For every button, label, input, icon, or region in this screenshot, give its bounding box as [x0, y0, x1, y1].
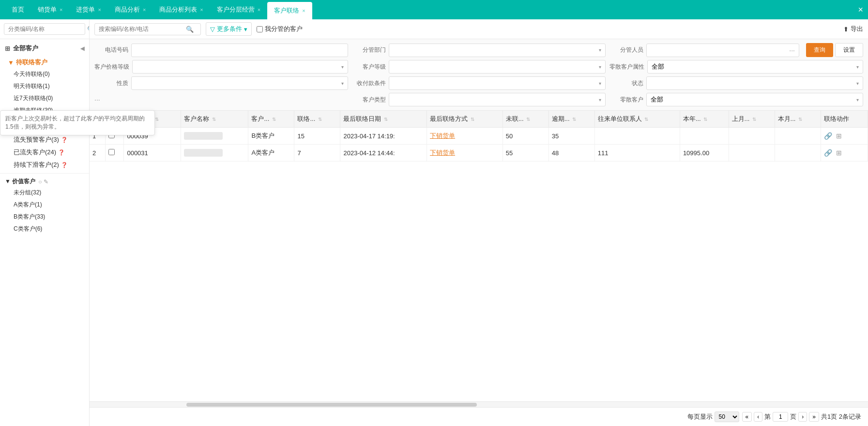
- top-nav: 首页 销货单 × 进货单 × 商品分析 × 商品分析列表 × 客户分层经营 × …: [0, 0, 868, 19]
- next-page-btn[interactable]: ›: [798, 412, 807, 422]
- customer-type-select[interactable]: ▾: [389, 93, 606, 106]
- status-select[interactable]: ▾: [646, 76, 863, 90]
- col-name-header[interactable]: 客户名称 ⇅: [181, 111, 248, 128]
- link-icon[interactable]: 🔗: [824, 149, 832, 157]
- customer-grade-select[interactable]: ▾: [389, 60, 606, 73]
- col-contact-count-header[interactable]: 联络... ⇅: [294, 111, 340, 128]
- collapse-icon: ◀: [80, 45, 84, 52]
- row-last-method[interactable]: 下销货单: [427, 145, 503, 162]
- retail-attr-select[interactable]: 全部 ▾: [647, 60, 863, 73]
- row-actions: 🔗 ⊞: [821, 128, 868, 145]
- col-type-header[interactable]: 客户... ⇅: [248, 111, 294, 128]
- nav-product-list-close[interactable]: ×: [200, 7, 203, 13]
- nav-product-analysis-close[interactable]: ×: [143, 7, 146, 13]
- setting-button[interactable]: 设置: [835, 43, 863, 57]
- retail-customer-select[interactable]: 全部 ▾: [646, 93, 863, 106]
- row-contact-count: 7: [294, 145, 340, 162]
- table-area: ⚙ 客户编码 ⇅ 客户名称 ⇅ 客户... ⇅ 联络... ⇅ 最后联络日期 ⇅…: [90, 111, 868, 401]
- grid-action-icon[interactable]: ⊞: [836, 132, 842, 140]
- price-grade-label: 客户价格等级: [94, 63, 129, 71]
- more-filters-btn[interactable]: ▽ 更多条件 ▾: [206, 22, 252, 36]
- retail-customer-arrow: ▾: [856, 97, 859, 103]
- filter-price-grade: 客户价格等级 ▾: [94, 60, 348, 73]
- horizontal-scrollbar[interactable]: [90, 401, 868, 407]
- price-grade-select[interactable]: ▾: [132, 60, 348, 73]
- payment-select[interactable]: ▾: [389, 76, 606, 90]
- sidebar-item-7days[interactable]: 近7天待联络(0): [0, 92, 89, 104]
- dept-select[interactable]: ▾: [389, 44, 606, 57]
- page-input[interactable]: [773, 412, 788, 422]
- page-unit: 页: [790, 412, 796, 421]
- row-this-month: [775, 145, 821, 162]
- gender-select[interactable]: ▾: [131, 76, 348, 90]
- my-customers-checkbox[interactable]: [257, 26, 263, 32]
- staff-select[interactable]: ···: [646, 44, 799, 57]
- query-button[interactable]: 查询: [806, 43, 833, 57]
- main-search-icon[interactable]: 🔍: [186, 26, 194, 33]
- col-last-date-header[interactable]: 最后联络日期 ⇅: [340, 111, 427, 128]
- filter-staff: 分管人员 ··· 查询 设置: [609, 43, 863, 57]
- edit-icon[interactable]: ○: [38, 178, 42, 185]
- sidebar-item-today[interactable]: 今天待联络(0): [0, 68, 89, 80]
- sidebar-item-churned[interactable]: 已流失客户(24) ❓: [0, 146, 89, 159]
- nav-purchase-close[interactable]: ×: [98, 7, 101, 13]
- pencil-icon[interactable]: ✎: [44, 178, 48, 185]
- sidebar-search-input[interactable]: [4, 23, 85, 35]
- row-last-method[interactable]: 下销货单: [427, 128, 503, 145]
- filter-customer-type: 客户类型 ▾: [352, 93, 606, 106]
- my-customers-label[interactable]: 我分管的客户: [257, 25, 303, 33]
- last-page-btn[interactable]: »: [809, 412, 819, 422]
- nav-customer-tier[interactable]: 客户分层经营 ×: [210, 0, 267, 19]
- close-window-icon[interactable]: ×: [858, 5, 863, 15]
- row-last-month: [729, 128, 775, 145]
- first-page-btn[interactable]: «: [742, 412, 752, 422]
- link-icon[interactable]: 🔗: [824, 132, 832, 140]
- sidebar-section-pending[interactable]: ▼ 待联络客户: [0, 56, 89, 68]
- nav-purchase[interactable]: 进货单 ×: [69, 0, 107, 19]
- scroll-thumb[interactable]: [186, 403, 477, 407]
- more-dots-icon[interactable]: ···: [94, 96, 100, 103]
- sidebar-item-b-class[interactable]: B类客户(33): [0, 211, 89, 223]
- nav-product-analysis[interactable]: 商品分析 ×: [108, 0, 152, 19]
- row-select-checkbox[interactable]: [108, 149, 115, 155]
- main-search-input[interactable]: [99, 26, 186, 32]
- table-row: 1 000039 B类客户 15 2023-04-17 14:19: 下销货单 …: [90, 128, 868, 145]
- phone-label: 电话号码: [94, 46, 128, 54]
- per-page-select[interactable]: 50 100 200: [715, 411, 739, 422]
- row-code: 000031: [124, 145, 181, 162]
- sidebar-item-a-class[interactable]: A类客户(1): [0, 199, 89, 211]
- nav-sales-close[interactable]: ×: [60, 7, 62, 13]
- sidebar-all-customers[interactable]: ⊞ 全部客户 ◀: [0, 41, 89, 56]
- phone-input[interactable]: [131, 44, 348, 57]
- sidebar-item-declining[interactable]: 持续下滑客户(2) ❓: [0, 159, 89, 171]
- filter-row-1: 电话号码 分管部门 ▾ 分管人员 ···: [94, 43, 863, 57]
- sidebar-item-tomorrow[interactable]: 明天待联络(1): [0, 80, 89, 92]
- nav-sales[interactable]: 销货单 ×: [31, 0, 69, 19]
- col-this-month-header[interactable]: 本月... ⇅: [775, 111, 821, 128]
- all-customers-label: 全部客户: [13, 44, 38, 53]
- nav-customer-contact[interactable]: 客户联络 ×: [267, 2, 312, 19]
- nav-customer-tier-close[interactable]: ×: [258, 7, 260, 13]
- col-last-method-header[interactable]: 最后联络方式 ⇅: [427, 111, 503, 128]
- nav-product-list[interactable]: 商品分析列表 ×: [152, 0, 210, 19]
- export-btn[interactable]: ⬆ 导出: [843, 25, 863, 33]
- filter-retail-attr: 零散客户属性 全部 ▾: [609, 60, 863, 73]
- export-icon: ⬆: [843, 26, 849, 33]
- retail-attr-label: 零散客户属性: [609, 63, 644, 71]
- per-page-area: 每页显示 50 100 200: [687, 411, 739, 422]
- col-uncontacted-header[interactable]: 未联... ⇅: [503, 111, 548, 128]
- row-checkbox[interactable]: [105, 145, 124, 162]
- nav-home[interactable]: 首页: [5, 0, 31, 19]
- grid-action-icon[interactable]: ⊞: [836, 149, 842, 157]
- col-year-amount-header[interactable]: 本年... ⇅: [680, 111, 729, 128]
- sidebar-item-ungroup[interactable]: 未分组(32): [0, 187, 89, 199]
- col-last-month-header[interactable]: 上月... ⇅: [729, 111, 775, 128]
- col-overdue-header[interactable]: 逾期... ⇅: [548, 111, 594, 128]
- nav-customer-contact-close[interactable]: ×: [302, 8, 305, 14]
- row-last-date: 2023-04-12 14:44:: [340, 145, 427, 162]
- col-contact-person-header[interactable]: 往来单位联系人 ⇅: [594, 111, 680, 128]
- sidebar-item-c-class[interactable]: C类客户(6): [0, 223, 89, 235]
- nav-sales-label: 销货单: [38, 5, 57, 14]
- payment-arrow: ▾: [599, 81, 601, 86]
- prev-page-btn[interactable]: ‹: [754, 412, 762, 422]
